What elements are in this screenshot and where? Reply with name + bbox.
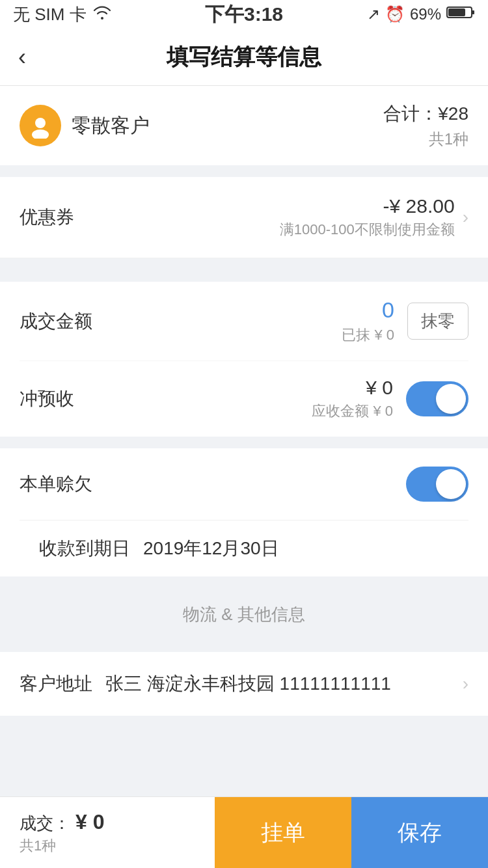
debt-section: 本单赊欠 收款到期日 2019年12月30日 <box>0 448 488 576</box>
debt-toggle-knob <box>436 469 466 499</box>
bottom-info: 成交： ¥ 0 共1种 <box>0 797 215 868</box>
back-button[interactable]: ‹ <box>18 44 26 71</box>
customer-name: 零散客户 <box>72 113 150 139</box>
deal-amount-value: 0 <box>342 297 394 323</box>
customer-left: 零散客户 <box>20 105 150 146</box>
address-label: 客户地址 <box>20 671 92 696</box>
section-divider-4 <box>0 640 488 652</box>
coupon-desc: 满1000-100不限制使用金额 <box>280 220 455 239</box>
bottom-deal-label: 成交： <box>20 812 70 835</box>
debt-label: 本单赊欠 <box>20 472 92 496</box>
debt-toggle[interactable] <box>406 467 468 502</box>
status-time: 下午3:18 <box>205 1 283 28</box>
bottom-deal-row: 成交： ¥ 0 <box>20 810 195 835</box>
deal-amount-row: 成交金额 0 已抹 ¥ 0 抹零 <box>20 282 468 361</box>
debt-row: 本单赊欠 <box>20 448 468 520</box>
bottom-bar: 成交： ¥ 0 共1种 挂单 保存 <box>0 796 488 868</box>
page-title: 填写结算等信息 <box>167 42 321 72</box>
prepaid-wrap: ¥ 0 应收金额 ¥ 0 <box>312 377 393 421</box>
section-divider <box>0 270 488 282</box>
nav-bar: ‹ 填写结算等信息 <box>0 29 488 86</box>
status-left: 无 SIM 卡 <box>13 3 111 26</box>
prepaid-right: ¥ 0 应收金额 ¥ 0 <box>312 377 468 421</box>
coupon-right: -¥ 28.00 满1000-100不限制使用金额 › <box>280 195 468 239</box>
status-right: ↗ ⏰ 69% <box>367 5 475 23</box>
address-row[interactable]: 客户地址 张三 海淀永丰科技园 11111111111 › <box>0 652 488 716</box>
coupon-chevron-icon: › <box>463 207 468 228</box>
section-divider-2 <box>0 437 488 448</box>
customer-row: 零散客户 合计：¥28 共1种 <box>0 86 488 165</box>
location-icon: ↗ <box>367 5 380 23</box>
address-chevron-icon: › <box>463 673 468 694</box>
prepaid-sub: 应收金额 ¥ 0 <box>312 401 393 421</box>
deal-amount-right: 0 已抹 ¥ 0 抹零 <box>342 297 468 345</box>
coupon-label: 优惠券 <box>20 205 74 230</box>
coupon-section[interactable]: 优惠券 -¥ 28.00 满1000-100不限制使用金额 › <box>0 177 488 258</box>
wifi-icon <box>93 5 111 23</box>
bottom-count: 共1种 <box>20 836 195 856</box>
prepaid-value: ¥ 0 <box>312 377 393 399</box>
hold-button[interactable]: 挂单 <box>215 797 351 868</box>
alarm-icon: ⏰ <box>385 5 405 23</box>
coupon-info: -¥ 28.00 满1000-100不限制使用金额 <box>280 195 455 239</box>
deal-amount-label: 成交金额 <box>20 309 92 334</box>
customer-section: 零散客户 合计：¥28 共1种 <box>0 86 488 165</box>
total-amount: 合计：¥28 <box>383 102 468 126</box>
due-date-row: 收款到期日 2019年12月30日 <box>20 520 468 576</box>
battery-percent: 69% <box>410 5 441 23</box>
section-divider-3 <box>0 576 488 588</box>
due-date-label: 收款到期日 <box>39 536 130 561</box>
deal-amount-wrap: 0 已抹 ¥ 0 <box>342 297 394 345</box>
coupon-row[interactable]: 优惠券 -¥ 28.00 满1000-100不限制使用金额 › <box>0 177 488 258</box>
prepaid-label: 冲预收 <box>20 387 74 411</box>
svg-rect-2 <box>448 8 465 16</box>
no-sim-label: 无 SIM 卡 <box>13 3 87 26</box>
svg-point-4 <box>32 129 49 139</box>
due-date-value: 2019年12月30日 <box>143 536 279 561</box>
customer-right: 合计：¥28 共1种 <box>383 102 468 150</box>
coupon-discount: -¥ 28.00 <box>280 195 455 217</box>
address-section[interactable]: 客户地址 张三 海淀永丰科技园 11111111111 › <box>0 652 488 716</box>
save-button[interactable]: 保存 <box>351 797 488 868</box>
prepaid-row: 冲预收 ¥ 0 应收金额 ¥ 0 <box>20 361 468 437</box>
battery-icon <box>446 5 475 23</box>
total-count: 共1种 <box>383 129 468 150</box>
hold-button-label: 挂单 <box>261 818 305 848</box>
logistics-header: 物流 & 其他信息 <box>0 588 488 640</box>
round-off-button[interactable]: 抹零 <box>407 303 468 340</box>
logistics-title: 物流 & 其他信息 <box>183 603 305 626</box>
prepaid-toggle[interactable] <box>406 381 468 416</box>
deal-amount-sub: 已抹 ¥ 0 <box>342 325 394 345</box>
save-button-label: 保存 <box>398 818 442 848</box>
svg-point-3 <box>35 118 46 128</box>
bottom-deal-amount: ¥ 0 <box>75 810 104 834</box>
status-bar: 无 SIM 卡 下午3:18 ↗ ⏰ 69% <box>0 0 488 29</box>
svg-rect-1 <box>472 10 474 14</box>
avatar <box>20 105 61 146</box>
address-value: 张三 海淀永丰科技园 11111111111 <box>105 671 463 696</box>
amount-section: 成交金额 0 已抹 ¥ 0 抹零 冲预收 ¥ 0 应收金额 ¥ 0 <box>0 282 488 437</box>
toggle-knob <box>436 384 466 414</box>
